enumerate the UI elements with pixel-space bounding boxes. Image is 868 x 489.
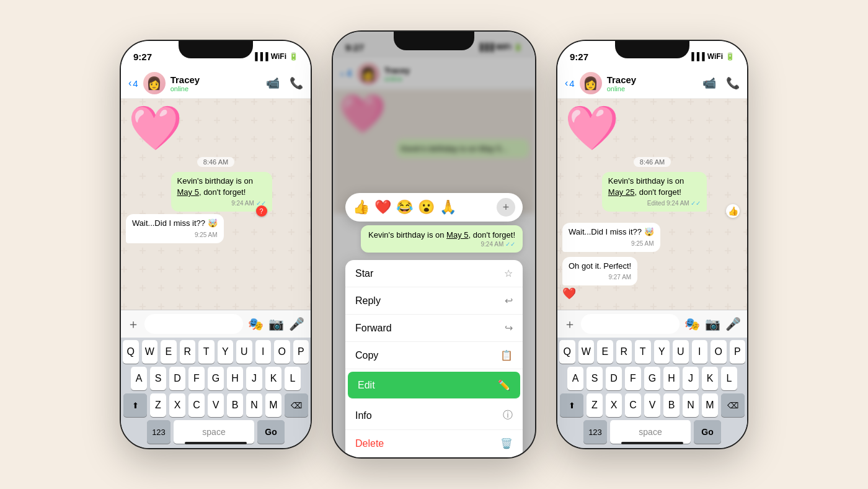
kb-n[interactable]: N <box>246 393 262 417</box>
kb-w-3[interactable]: W <box>578 340 595 364</box>
phone-icon-1[interactable]: 📞 <box>290 76 303 90</box>
kb-v[interactable]: V <box>208 393 224 417</box>
kb-r-3[interactable]: R <box>616 340 632 364</box>
kb-j[interactable]: J <box>246 367 262 390</box>
kb-go-3[interactable]: Go <box>694 420 721 444</box>
kb-m-3[interactable]: M <box>702 393 718 417</box>
kb-w[interactable]: W <box>142 340 158 364</box>
back-button-3[interactable]: ‹ 4 <box>565 78 575 89</box>
kb-space-1[interactable]: space <box>174 420 254 444</box>
kb-p-3[interactable]: P <box>730 340 746 364</box>
plus-icon-1[interactable]: ＋ <box>127 316 140 333</box>
kb-b-3[interactable]: B <box>663 393 680 417</box>
sticker-icon-1[interactable]: 🎭 <box>248 316 264 331</box>
msg-input-1[interactable] <box>144 314 243 334</box>
kb-q[interactable]: Q <box>123 340 139 364</box>
kb-f[interactable]: F <box>188 367 205 390</box>
kb-delete-1[interactable]: ⌫ <box>285 393 308 417</box>
reaction-pray[interactable]: 🙏 <box>440 199 456 215</box>
kb-l-3[interactable]: L <box>721 367 737 390</box>
kb-r[interactable]: R <box>180 340 196 364</box>
kb-u[interactable]: U <box>236 340 252 364</box>
kb-a[interactable]: A <box>131 367 147 390</box>
kb-go-1[interactable]: Go <box>257 420 285 444</box>
video-icon-1[interactable]: 📹 <box>266 76 280 90</box>
menu-item-reply[interactable]: Reply ↩ <box>345 287 523 315</box>
msg-time-recv-3a: 9:25 AM <box>569 240 654 248</box>
kb-t-3[interactable]: T <box>635 340 651 364</box>
kb-x-3[interactable]: X <box>606 393 622 417</box>
kb-g[interactable]: G <box>208 367 224 390</box>
kb-i[interactable]: I <box>255 340 272 364</box>
kb-l[interactable]: L <box>285 367 301 390</box>
back-button-1[interactable]: ‹ 4 <box>128 78 138 89</box>
kb-q-3[interactable]: Q <box>559 340 575 364</box>
kb-o[interactable]: O <box>274 340 290 364</box>
contact-info-3: Tracey online <box>607 74 698 92</box>
menu-item-more[interactable]: More... <box>345 457 523 459</box>
context-menu-container: 👍 ❤️ 😂 😮 🙏 + Kevin's birthday is on May … <box>345 193 523 459</box>
camera-icon-3[interactable]: 📷 <box>705 316 720 331</box>
menu-item-edit[interactable]: Edit ✏️ <box>348 372 520 399</box>
menu-item-star[interactable]: Star ☆ <box>345 260 523 287</box>
reaction-laugh[interactable]: 😂 <box>396 199 413 215</box>
kb-x[interactable]: X <box>169 393 185 417</box>
battery-icon-3: 🔋 <box>725 52 735 61</box>
kb-d-3[interactable]: D <box>606 367 622 390</box>
kb-k-3[interactable]: K <box>702 367 718 390</box>
kb-space-3[interactable]: space <box>610 420 691 444</box>
kb-k[interactable]: K <box>265 367 281 390</box>
kb-shift-1[interactable]: ⬆ <box>123 393 147 417</box>
menu-item-copy[interactable]: Copy 📋 <box>345 342 523 369</box>
kb-c-3[interactable]: C <box>625 393 641 417</box>
kb-h[interactable]: H <box>227 367 243 390</box>
kb-y-3[interactable]: Y <box>654 340 670 364</box>
kb-b[interactable]: B <box>227 393 243 417</box>
kb-h-3[interactable]: H <box>663 367 680 390</box>
kb-g-3[interactable]: G <box>644 367 660 390</box>
contact-name-3: Tracey <box>607 74 698 85</box>
video-icon-3[interactable]: 📹 <box>702 76 716 90</box>
kb-v-3[interactable]: V <box>644 393 660 417</box>
kb-u-3[interactable]: U <box>673 340 689 364</box>
kb-shift-3[interactable]: ⬆ <box>560 393 583 417</box>
kb-z-3[interactable]: Z <box>587 393 603 417</box>
kb-123-3[interactable]: 123 <box>583 420 607 444</box>
kb-e-3[interactable]: E <box>597 340 613 364</box>
kb-t[interactable]: T <box>198 340 215 364</box>
emoji-more-button[interactable]: + <box>497 198 515 217</box>
kb-123-1[interactable]: 123 <box>147 420 170 444</box>
kb-y[interactable]: Y <box>218 340 234 364</box>
msg-input-3[interactable] <box>581 314 680 334</box>
kb-p[interactable]: P <box>293 340 309 364</box>
kb-c[interactable]: C <box>188 393 205 417</box>
kb-row3-3: ⬆ Z X C V B N M ⌫ <box>559 393 745 417</box>
kb-i-3[interactable]: I <box>692 340 708 364</box>
kb-delete-3[interactable]: ⌫ <box>721 393 745 417</box>
kb-s[interactable]: S <box>150 367 166 390</box>
kb-o-3[interactable]: O <box>711 340 727 364</box>
kb-e[interactable]: E <box>161 340 177 364</box>
camera-icon-1[interactable]: 📷 <box>268 316 284 331</box>
plus-icon-3[interactable]: ＋ <box>564 316 576 333</box>
status-icons-1: ▐▐▐ WiFi 🔋 <box>252 52 298 61</box>
menu-item-forward[interactable]: Forward ↪ <box>345 315 523 342</box>
kb-a-3[interactable]: A <box>567 367 583 390</box>
phone-icon-3[interactable]: 📞 <box>726 76 740 90</box>
sticker-icon-3[interactable]: 🎭 <box>684 316 700 331</box>
msg-time-1: 9:24 AM ✓✓ <box>177 199 266 208</box>
mic-icon-1[interactable]: 🎤 <box>289 316 304 331</box>
menu-item-info[interactable]: Info ⓘ <box>345 402 523 430</box>
mic-icon-3[interactable]: 🎤 <box>725 316 741 331</box>
reaction-thumbs-up[interactable]: 👍 <box>353 199 370 215</box>
kb-z[interactable]: Z <box>150 393 166 417</box>
kb-d[interactable]: D <box>169 367 185 390</box>
kb-j-3[interactable]: J <box>683 367 699 390</box>
reaction-wow[interactable]: 😮 <box>418 199 435 215</box>
reaction-heart[interactable]: ❤️ <box>374 199 391 215</box>
kb-m[interactable]: M <box>265 393 281 417</box>
kb-f-3[interactable]: F <box>625 367 641 390</box>
kb-s-3[interactable]: S <box>587 367 603 390</box>
kb-n-3[interactable]: N <box>683 393 699 417</box>
menu-item-delete[interactable]: Delete 🗑️ <box>345 430 523 457</box>
